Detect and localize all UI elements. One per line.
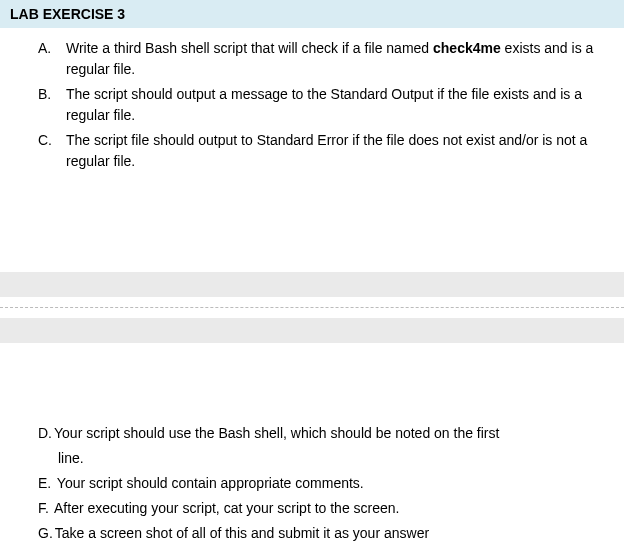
list-marker: G. — [38, 525, 55, 541]
list-item-continuation: line. — [38, 448, 604, 469]
exercise-list-bottom: D.Your script should use the Bash shell,… — [0, 413, 624, 544]
list-text: After executing your script, cat your sc… — [51, 500, 400, 516]
list-text: The script should output a message to th… — [66, 86, 582, 123]
list-marker: E. — [38, 475, 53, 491]
exercise-list-top: A. Write a third Bash shell script that … — [0, 28, 624, 172]
list-text: Your script should contain appropriate c… — [53, 475, 364, 491]
list-text: Take a screen shot of all of this and su… — [55, 525, 429, 541]
list-marker: A. — [38, 38, 51, 59]
gray-band — [0, 272, 624, 297]
list-item: D.Your script should use the Bash shell,… — [38, 423, 604, 444]
list-item: F. After executing your script, cat your… — [38, 498, 604, 519]
list-marker: C. — [38, 130, 52, 151]
lab-exercise-header: LAB EXERCISE 3 — [0, 0, 624, 28]
gray-band — [0, 318, 624, 343]
list-text: Your script should use the Bash shell, w… — [54, 425, 499, 441]
list-text: Write a third Bash shell script that wil… — [66, 40, 433, 56]
list-marker: D. — [38, 425, 54, 441]
list-item: G.Take a screen shot of all of this and … — [38, 523, 604, 544]
list-text: line. — [58, 450, 84, 466]
list-item: C. The script file should output to Stan… — [66, 130, 604, 172]
divider-section — [0, 272, 624, 343]
list-marker: B. — [38, 84, 51, 105]
spacer — [0, 343, 624, 413]
list-text: The script file should output to Standar… — [66, 132, 587, 169]
dashed-divider — [0, 307, 624, 308]
list-marker: F. — [38, 500, 51, 516]
list-item: E. Your script should contain appropriat… — [38, 473, 604, 494]
list-item: B. The script should output a message to… — [66, 84, 604, 126]
bold-text: check4me — [433, 40, 501, 56]
list-item: A. Write a third Bash shell script that … — [66, 38, 604, 80]
